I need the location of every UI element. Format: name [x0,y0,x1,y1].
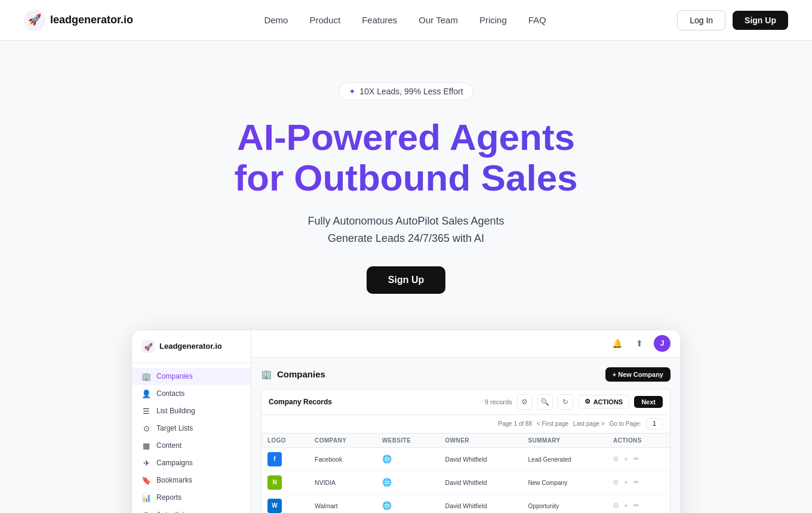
sidebar-item-reports[interactable]: 📊 Reports [132,489,251,506]
bookmarks-icon: 🔖 [142,476,151,485]
sidebar-header: 🚀 Leadgenerator.io [132,340,251,363]
nvidia-logo: N [267,475,282,490]
sidebar-item-list-building[interactable]: ☰ List Building [132,403,251,420]
sidebar-item-target-lists[interactable]: ⊙ Target Lists [132,420,251,437]
hero-title-line2: for Outbound Sales [234,157,577,198]
hero-section: ✦ 10X Leads, 99% Less Effort AI-Powered … [0,41,812,330]
action-view-icon[interactable]: ⊙ [613,502,619,509]
sidebar-app-name: Leadgenerator.io [159,342,222,351]
refresh-icon-btn[interactable]: ↻ [558,394,573,410]
cell-owner-facebook: David Whitfield [439,447,522,471]
content-icon: ▦ [142,441,151,450]
dashboard-preview-wrapper: 🚀 Leadgenerator.io 🏢 Companies 👤 Contact… [119,330,693,513]
sidebar-item-companies[interactable]: 🏢 Companies [132,368,251,385]
action-view-icon[interactable]: ⊙ [613,455,619,462]
next-button[interactable]: Next [634,396,663,408]
contacts-icon: 👤 [142,389,151,398]
summary-badge: New Company [528,480,568,486]
signup-nav-button[interactable]: Sign Up [733,11,788,30]
nav-link-pricing[interactable]: Pricing [479,15,507,25]
action-add-icon[interactable]: ＋ [623,502,629,509]
sidebar: 🚀 Leadgenerator.io 🏢 Companies 👤 Contact… [132,330,251,513]
records-count: 9 records [485,398,512,406]
filter-icon-btn[interactable]: ⚙ [517,394,533,410]
svg-text:🚀: 🚀 [28,13,42,26]
globe-icon: 🌐 [382,454,392,463]
first-page-link[interactable]: < First page [537,420,568,427]
sidebar-label-contacts: Contacts [156,389,184,398]
svg-text:🚀: 🚀 [144,342,153,351]
action-edit-icon[interactable]: ✏ [633,455,639,462]
table-header-row: LOGO COMPANY WEBSITE OWNER SUMMARY ACTIO… [262,434,670,448]
logo-icon: 🚀 [24,10,45,31]
cell-summary-walmart: Opportunity [522,494,607,513]
col-website: WEBSITE [376,434,439,448]
cell-actions-facebook: ⊙ ＋ ✏ [607,447,670,471]
last-page-link[interactable]: Last page > [573,420,605,427]
actions-button[interactable]: ⚙ ACTIONS [578,395,630,408]
sidebar-item-contacts[interactable]: 👤 Contacts [132,385,251,403]
nav-link-features[interactable]: Features [362,15,397,25]
sidebar-label-campaigns: Campaigns [156,459,193,467]
col-actions: ACTIONS [607,434,670,448]
cell-actions-walmart: ⊙ ＋ ✏ [607,494,670,513]
nav-link-demo[interactable]: Demo [264,15,288,25]
action-add-icon[interactable]: ＋ [623,478,629,486]
signup-hero-button[interactable]: Sign Up [367,266,445,294]
cell-company-nvidia: NVIDIA [309,471,376,494]
export-icon[interactable]: ⬆ [631,335,648,352]
new-company-button[interactable]: + New Company [605,367,670,382]
sidebar-label-target-lists: Target Lists [156,424,193,432]
user-avatar[interactable]: J [654,335,670,352]
page-of: Page 1 of 88 [498,420,532,427]
sidebar-label-list-building: List Building [156,407,195,415]
sidebar-label-bookmarks: Bookmarks [156,476,192,484]
action-edit-icon[interactable]: ✏ [633,502,639,509]
table-title: Company Records [269,398,332,406]
companies-title-icon: 🏢 [261,369,272,380]
companies-table: LOGO COMPANY WEBSITE OWNER SUMMARY ACTIO… [261,434,670,513]
sidebar-item-campaigns[interactable]: ✈ Campaigns [132,454,251,472]
facebook-logo: f [267,452,282,466]
action-view-icon[interactable]: ⊙ [613,478,619,486]
hero-badge: ✦ 10X Leads, 99% Less Effort [339,82,473,100]
col-company: COMPANY [309,434,376,448]
hero-subtitle: Fully Autonomous AutoPilot Sales Agents … [12,213,800,247]
nav-link-faq[interactable]: FAQ [528,15,546,25]
actions-icon: ⚙ [585,398,590,406]
sidebar-label-content: Content [156,441,182,450]
login-button[interactable]: Log In [677,10,725,30]
sidebar-item-autopilot[interactable]: ⚙ Autopilot [132,506,251,513]
dash-content: 🏢 Companies + New Company Company Record… [251,358,680,513]
badge-icon: ✦ [349,87,356,96]
table-toolbar: Company Records 9 records ⚙ 🔍 ↻ ⚙ ACTION… [261,389,670,415]
companies-header: 🏢 Companies + New Company [261,367,670,382]
sidebar-label-reports: Reports [156,493,182,502]
navbar: 🚀 leadgenerator.io Demo Product Features… [0,0,812,41]
action-edit-icon[interactable]: ✏ [633,478,639,486]
dash-topbar: 🔔 ⬆ J [251,330,680,358]
cell-website-walmart: 🌐 [376,494,439,513]
navbar-logo[interactable]: 🚀 leadgenerator.io [24,10,133,31]
summary-badge: Lead Generated [528,456,571,463]
notifications-icon[interactable]: 🔔 [608,335,625,352]
list-building-icon: ☰ [142,407,151,416]
cell-logo-walmart: W [262,494,309,513]
cell-logo-nvidia: N [262,471,309,494]
nav-link-product[interactable]: Product [309,15,340,25]
page-input[interactable] [646,418,663,430]
nav-link-our-team[interactable]: Our Team [419,15,458,25]
cell-logo-facebook: f [262,447,309,471]
hero-subtitle-line1: Fully Autonomous AutoPilot Sales Agents [307,215,504,227]
hero-subtitle-line2: Generate Leads 24/7/365 with AI [328,232,484,244]
cell-website-facebook: 🌐 [376,447,439,471]
cell-company-facebook: Facebook [309,447,376,471]
globe-icon: 🌐 [382,501,392,510]
sidebar-item-bookmarks[interactable]: 🔖 Bookmarks [132,472,251,489]
cell-summary-facebook: Lead Generated [522,447,607,471]
search-icon-btn[interactable]: 🔍 [537,394,553,410]
hero-title-line1: AI-Powered Agents [237,116,575,158]
badge-text: 10X Leads, 99% Less Effort [359,87,463,96]
action-add-icon[interactable]: ＋ [623,455,629,462]
sidebar-item-content[interactable]: ▦ Content [132,437,251,454]
